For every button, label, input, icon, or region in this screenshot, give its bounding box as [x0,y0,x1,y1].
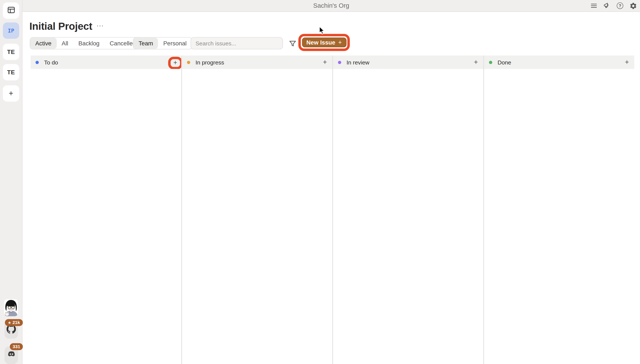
tracker-panel-button[interactable] [3,2,19,19]
done-add-button[interactable]: + [625,56,629,69]
column-header-in-review: In review + [333,56,483,69]
menu-icon[interactable] [590,2,598,10]
to-do-add-button[interactable]: + [174,59,177,66]
status-dot-todo [36,60,39,64]
column-body-todo [31,69,181,364]
topbar-icons: ? [590,0,637,11]
plus-icon: + [338,39,342,46]
status-dot-in-progress [187,60,190,64]
panel-layout-icon [7,6,15,16]
sidebar: IP TE TE + [0,0,22,364]
column-body-in-progress [182,69,332,364]
discord-icon [6,350,16,361]
new-issue-label: New Issue [306,39,335,46]
help-icon[interactable]: ? [616,2,624,10]
user-avatar[interactable] [4,299,18,316]
workspace-item-te-1[interactable]: TE [3,44,19,60]
column-header-done: Done + [484,56,634,69]
column-body-done [484,69,634,364]
in-review-add-button[interactable]: + [474,56,478,69]
column-header-todo: To do + [31,56,181,69]
new-issue-button[interactable]: New Issue + [302,38,346,47]
tab-backlog[interactable]: Backlog [73,38,104,49]
app-window: IP TE TE + [0,0,640,364]
page-title: Initial Project [29,20,92,32]
tab-active[interactable]: Active [30,38,56,49]
tab-all[interactable]: All [56,38,73,49]
github-stars-badge: ★ 21k [5,319,23,326]
star-icon: ★ [8,319,11,326]
column-divider [182,56,182,364]
column-title: Done [498,59,511,65]
top-bar: Sachin's Org ? [22,0,640,12]
in-progress-add-button[interactable]: + [323,56,327,69]
tab-personal[interactable]: Personal [158,38,192,49]
org-title: Sachin's Org [22,0,640,11]
add-workspace-button[interactable]: + [3,85,19,102]
announcements-megaphone-icon[interactable] [603,2,611,10]
scope-filter-tabs: Active All Backlog Cancelled [30,37,142,49]
filter-icon[interactable] [288,39,297,48]
column-title: In review [346,59,370,65]
avatar-illustration [4,299,18,316]
annotation-ring-todo-add: + [168,56,182,69]
column-divider [332,56,333,364]
mode-filter-tabs: Team Personal [133,37,192,49]
status-dot-in-review [338,60,341,64]
more-options-button[interactable]: ⋯ [96,21,104,30]
discord-count-badge: 331 [10,343,23,350]
github-stars-count: 21k [12,319,20,326]
settings-gear-icon[interactable] [629,2,637,10]
workspace-item-ip[interactable]: IP [3,22,19,39]
annotation-ring-new-issue: New Issue + [298,34,350,51]
search-input[interactable] [191,37,283,49]
column-divider [484,56,484,364]
status-dot-done [489,60,492,64]
question-mark: ? [617,2,623,9]
column-body-in-review [333,69,483,364]
column-title: To do [44,59,58,65]
workspace-item-te-2[interactable]: TE [3,64,19,80]
column-header-in-progress: In progress + [182,56,332,69]
column-title: In progress [196,59,224,65]
tab-team[interactable]: Team [134,38,158,49]
